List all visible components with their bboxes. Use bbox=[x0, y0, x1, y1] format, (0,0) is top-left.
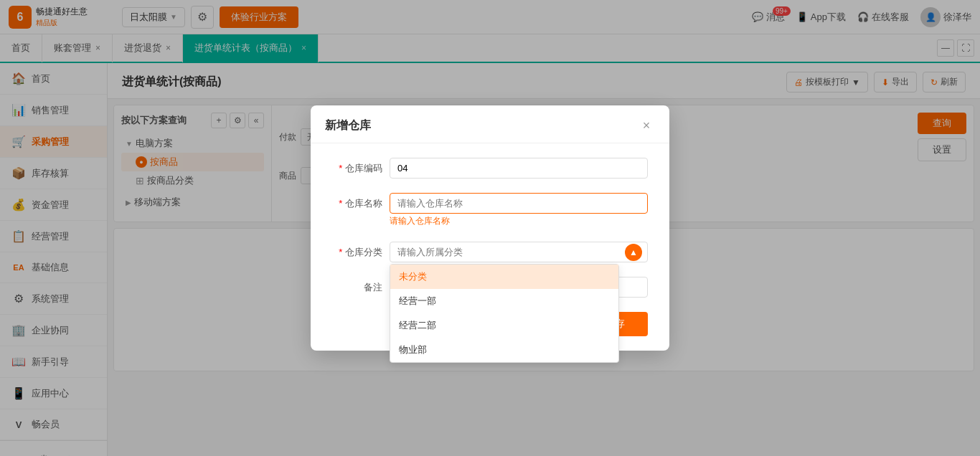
modal-header: 新增仓库 × bbox=[311, 105, 669, 143]
modal-title: 新增仓库 bbox=[325, 118, 371, 133]
name-input-wrap: 请输入仓库名称 bbox=[390, 193, 648, 227]
category-toggle-button[interactable]: ▲ bbox=[625, 244, 642, 261]
new-warehouse-modal: 新增仓库 × * 仓库编码 * 仓库名称 bbox=[311, 105, 669, 351]
code-input-wrap bbox=[390, 158, 648, 179]
dropdown-item-dept2[interactable]: 经营二部 bbox=[390, 313, 618, 338]
dropdown-item-dept1[interactable]: 经营一部 bbox=[390, 289, 618, 313]
name-label: * 仓库名称 bbox=[332, 193, 390, 210]
name-input[interactable] bbox=[390, 193, 648, 214]
note-label: 备注 bbox=[332, 277, 390, 294]
category-input-wrap: ▲ 未分类 经营一部 经营二部 物业部 bbox=[390, 242, 648, 262]
category-input[interactable] bbox=[390, 242, 648, 262]
code-label: * 仓库编码 bbox=[332, 158, 390, 175]
form-row-name: * 仓库名称 请输入仓库名称 bbox=[332, 193, 648, 227]
modal-body: * 仓库编码 * 仓库名称 请输入仓库名称 bbox=[311, 143, 669, 312]
code-input[interactable] bbox=[390, 158, 648, 179]
name-error-message: 请输入仓库名称 bbox=[390, 215, 648, 227]
modal-close-button[interactable]: × bbox=[638, 117, 655, 134]
form-row-code: * 仓库编码 bbox=[332, 158, 648, 179]
dropdown-item-dept3[interactable]: 物业部 bbox=[390, 338, 618, 362]
dropdown-item-unclassified[interactable]: 未分类 bbox=[390, 265, 618, 289]
category-dropdown: 未分类 经营一部 经营二部 物业部 bbox=[390, 264, 619, 363]
category-label: * 仓库分类 bbox=[332, 242, 390, 259]
form-row-category: * 仓库分类 ▲ 未分类 经营一部 经营二部 物业部 bbox=[332, 242, 648, 262]
modal-overlay[interactable]: 新增仓库 × * 仓库编码 * 仓库名称 bbox=[0, 0, 980, 456]
